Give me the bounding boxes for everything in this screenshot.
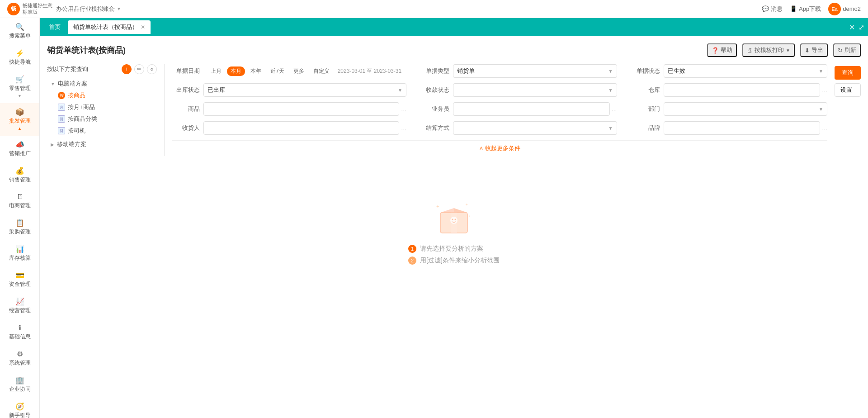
tab-close-icon[interactable]: ✕ (141, 24, 145, 30)
filter-field-payment: 收款状态 ▼ (421, 83, 617, 97)
filter-tree-panel: 按以下方案查询 + ✏ « (47, 64, 165, 156)
brand-input[interactable] (664, 121, 821, 135)
doc-type-select-box[interactable]: 销货单 ▼ (453, 64, 617, 78)
operation-icon: 📈 (2, 297, 38, 306)
tab-home[interactable]: 首页 (43, 20, 66, 34)
message-icon: 💬 (762, 5, 769, 12)
sidebar-item-guide[interactable]: 🧭 新手引导 (0, 398, 39, 418)
edit-scheme-button[interactable]: ✏ (134, 64, 144, 74)
refresh-button[interactable]: ↻ 刷新 (833, 43, 861, 57)
product-dots-icon[interactable]: ... (401, 105, 406, 113)
tree-desktop-header[interactable]: ▼ 电脑端方案 (47, 78, 157, 90)
sidebar-item-wholesale[interactable]: 📦 批发管理 ▲ (0, 103, 39, 136)
filter-row-3: 商品 ... 业务员 (172, 102, 827, 116)
filter-form: 单据日期 上月 本月 本年 近7天 (165, 64, 827, 156)
tree-item-by-month-product[interactable]: 月 按月+商品 (54, 101, 157, 113)
sidebar-item-system[interactable]: ⚙ 系统管理 (0, 345, 39, 371)
collapse-bar[interactable]: ∧ 收起更多条件 (172, 140, 827, 156)
date-opt-this-month[interactable]: 本月 (227, 66, 245, 76)
cashier-icon: 回 (58, 127, 65, 134)
filter-field-date: 单据日期 上月 本月 本年 近7天 (172, 66, 406, 76)
filter-field-settlement: 结算方式 ▼ (421, 121, 617, 135)
doc-status-arrow-icon: ▼ (819, 69, 823, 74)
brand-dots-icon[interactable]: ... (822, 124, 827, 132)
by-product-icon: 按 (58, 92, 65, 99)
sidebar-item-ecommerce[interactable]: 🖥 电商管理 (0, 188, 39, 214)
settlement-select[interactable]: ▼ (453, 121, 617, 135)
date-opt-last-month[interactable]: 上月 (207, 66, 225, 76)
form-and-actions: 单据日期 上月 本月 本年 近7天 (165, 64, 861, 156)
filter-field-warehouse: 仓库 ... (632, 83, 828, 97)
salesperson-input[interactable] (453, 102, 610, 116)
product-input[interactable] (203, 102, 399, 116)
query-button[interactable]: 查询 (835, 66, 861, 80)
step-2-num: 2 (408, 256, 416, 265)
tree-desktop-children: 按 按商品 月 按月+商品 回 按商品分类 (47, 90, 157, 137)
doc-type-arrow-icon: ▼ (609, 69, 613, 74)
maximize-icon[interactable]: ⤢ (859, 23, 864, 32)
filter-field-out-status: 出库状态 已出库 ▼ (172, 83, 406, 97)
edit-icon: ✏ (137, 66, 142, 72)
doc-status-select[interactable]: 已生效 ▼ (664, 64, 828, 78)
tree-desktop-group: ▼ 电脑端方案 按 按商品 月 按月+商品 (47, 78, 157, 137)
sidebar-item-search[interactable]: 🔍 搜索菜单 (0, 18, 39, 44)
date-opt-7days[interactable]: 近7天 (267, 66, 288, 76)
sidebar-item-sales[interactable]: 💰 销售管理 (0, 162, 39, 188)
content-area: 首页 销货单统计表（按商品） ✕ ✕ ⤢ 销货单统计表(按商品) ❓ (40, 18, 868, 418)
consignee-dots-icon[interactable]: ... (401, 124, 406, 132)
collapse-panel-button[interactable]: « (147, 64, 157, 74)
salesperson-dots-icon[interactable]: ... (612, 105, 617, 113)
sidebar-item-inventory[interactable]: 📊 库存核算 (0, 240, 39, 266)
date-opt-this-year[interactable]: 本年 (247, 66, 265, 76)
dept-select[interactable]: ▼ (664, 102, 828, 116)
sidebar-item-marketing[interactable]: 📣 营销推广 (0, 136, 39, 162)
empty-steps-list: 1 请先选择要分析的方案 2 用[过滤]条件来缩小分析范围 (408, 245, 500, 268)
sidebar-item-operation[interactable]: 📈 经营管理 (0, 293, 39, 319)
payment-arrow-icon: ▼ (609, 88, 613, 93)
close-window-icon[interactable]: ✕ (849, 23, 855, 32)
out-status-select[interactable]: 已出库 ▼ (203, 83, 406, 97)
month-product-icon: 月 (58, 104, 65, 111)
doc-type-select[interactable]: 销货单 ▼ (453, 64, 617, 78)
settings-button[interactable]: 设置 (835, 83, 861, 97)
sidebar-item-enterprise[interactable]: 🏢 企业协同 (0, 371, 39, 398)
warehouse-dots-icon[interactable]: ... (822, 86, 827, 94)
inventory-icon: 📊 (2, 245, 38, 253)
date-opt-more[interactable]: 更多 (290, 66, 308, 76)
sidebar-item-purchase[interactable]: 📋 采购管理 (0, 214, 39, 240)
date-opt-custom[interactable]: 自定义 (310, 66, 333, 76)
logo-area: 畅 畅捷通好生意 标准版 (7, 3, 52, 15)
payment-select[interactable]: ▼ (453, 83, 617, 97)
help-icon: ❓ (712, 47, 719, 54)
warehouse-input[interactable] (664, 83, 821, 97)
action-buttons: 查询 设置 (835, 64, 861, 156)
topbar: 畅 畅捷通好生意 标准版 办公用品行业模拟账套 ▼ 💬 消息 📱 App下载 E… (0, 0, 868, 18)
svg-point-4 (452, 219, 453, 220)
app-download-button[interactable]: 📱 App下载 (790, 5, 821, 13)
category-icon: 回 (58, 115, 65, 123)
main-layout: 🔍 搜索菜单 ⚡ 快捷导航 🛒 零售管理 ▼ 📦 批发管理 ▲ 📣 营销推广 💰… (0, 18, 868, 418)
message-button[interactable]: 💬 消息 (762, 5, 783, 13)
sidebar-item-finance[interactable]: 💳 资金管理 (0, 266, 39, 293)
user-menu[interactable]: Ea demo2 (828, 3, 861, 15)
tab-active[interactable]: 销货单统计表（按商品） ✕ (68, 20, 151, 34)
finance-icon: 💳 (2, 271, 38, 280)
add-scheme-button[interactable]: + (122, 64, 132, 74)
tree-item-by-cashier[interactable]: 回 按司机 (54, 125, 157, 137)
tree-mobile-group: ▶ 移动端方案 (47, 138, 157, 150)
sidebar-item-quick-nav[interactable]: ⚡ 快捷导航 (0, 44, 39, 71)
print-button[interactable]: 🖨 按模板打印 ▼ (742, 43, 795, 57)
tree-mobile-header[interactable]: ▶ 移动端方案 (47, 138, 157, 150)
filter-field-product: 商品 ... (172, 102, 406, 116)
tree-item-by-product[interactable]: 按 按商品 (54, 90, 157, 101)
step-1-num: 1 (408, 245, 416, 253)
help-button[interactable]: ❓ 帮助 (707, 43, 737, 57)
empty-step-2: 2 用[过滤]条件来缩小分析范围 (408, 256, 500, 265)
workspace-selector[interactable]: 办公用品行业模拟账套 ▼ (56, 5, 121, 13)
export-button[interactable]: ⬇ 导出 (800, 43, 828, 57)
page-header: 销货单统计表(按商品) ❓ 帮助 🖨 按模板打印 ▼ ⬇ (47, 43, 861, 57)
consignee-input[interactable] (203, 121, 399, 135)
sidebar-item-retail[interactable]: 🛒 零售管理 ▼ (0, 71, 39, 103)
sidebar-item-basic[interactable]: ℹ 基础信息 (0, 319, 39, 345)
tree-item-by-category[interactable]: 回 按商品分类 (54, 113, 157, 125)
